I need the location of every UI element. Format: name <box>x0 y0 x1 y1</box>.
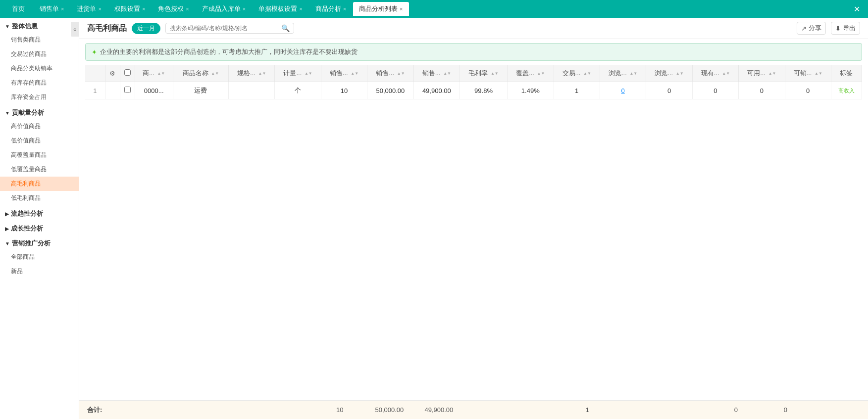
cell-view2: 0 <box>646 82 692 99</box>
sidebar-section-成长性分析[interactable]: ▶ 成长性分析 <box>0 220 79 235</box>
col-label-sales_qty: 销售... <box>330 69 348 77</box>
sidebar-item-全部商品[interactable]: 全部商品 <box>0 250 79 264</box>
nav-tab-进货单[interactable]: 进货单× <box>71 2 107 16</box>
sort-icon-coverage: ▲▼ <box>537 71 545 76</box>
share-icon: ↗ <box>801 25 807 32</box>
export-icon: ⬇ <box>835 25 841 32</box>
cell-coverage: 1.49% <box>508 82 554 99</box>
settings-icon[interactable]: ⚙ <box>109 70 115 77</box>
col-header-code[interactable]: 商... ▲▼ <box>135 65 173 82</box>
nav-tab-销售单[interactable]: 销售单× <box>34 2 70 16</box>
select-all-checkbox[interactable] <box>124 69 131 76</box>
sidebar-collapse-btn[interactable]: « <box>71 22 79 37</box>
sidebar-item-低毛利商品[interactable]: 低毛利商品 <box>0 191 79 205</box>
col-label-view1: 浏览... <box>609 69 627 77</box>
sidebar-item-高覆盖量商品[interactable]: 高覆盖量商品 <box>0 148 79 162</box>
col-header-available_stock[interactable]: 可用... ▲▼ <box>739 65 785 82</box>
sidebar-item-高毛利商品[interactable]: 高毛利商品 <box>0 177 79 191</box>
nav-tab-close-角色授权[interactable]: × <box>186 6 189 12</box>
sidebar-item-库存资金占用[interactable]: 库存资金占用 <box>0 90 79 104</box>
tip-icon: ✦ <box>92 48 97 56</box>
sidebar-item-低价值商品[interactable]: 低价值商品 <box>0 134 79 148</box>
sidebar-section-流趋性分析[interactable]: ▶ 流趋性分析 <box>0 205 79 220</box>
sidebar-item-高价值商品[interactable]: 高价值商品 <box>0 119 79 134</box>
col-header-settings: ⚙ <box>105 65 120 82</box>
col-header-current_stock[interactable]: 现有... ▲▼ <box>692 65 738 82</box>
col-header-sales_amount[interactable]: 销售... ▲▼ <box>367 65 413 82</box>
nav-tab-单据模板设置[interactable]: 单据模板设置× <box>253 2 308 16</box>
search-icon[interactable]: 🔍 <box>281 24 290 32</box>
sidebar-section-label: 成长性分析 <box>11 224 43 233</box>
sidebar-item-低覆盖量商品[interactable]: 低覆盖量商品 <box>0 162 79 177</box>
nav-tab-产成品入库单[interactable]: 产成品入库单× <box>196 2 252 16</box>
sidebar-section-营销推广分析[interactable]: ▼ 营销推广分析 <box>0 235 79 250</box>
sidebar-item-有库存的商品[interactable]: 有库存的商品 <box>0 76 79 90</box>
tag-badge: 高收入 <box>838 88 855 93</box>
sort-icon-code: ▲▼ <box>157 71 165 76</box>
cell-tag: 高收入 <box>831 82 862 99</box>
col-label-code: 商... <box>143 69 154 77</box>
col-header-gross_margin[interactable]: 毛利率 ▲▼ <box>460 65 508 82</box>
view1-link[interactable]: 0 <box>621 87 624 94</box>
sidebar-item-商品分类助销率[interactable]: 商品分类助销率 <box>0 61 79 76</box>
nav-tab-权限设置[interactable]: 权限设置× <box>108 2 151 16</box>
col-header-coverage[interactable]: 覆盖... ▲▼ <box>508 65 554 82</box>
cell-view1[interactable]: 0 <box>600 82 646 99</box>
col-header-spec[interactable]: 规格... ▲▼ <box>228 65 274 82</box>
nav-tab-close-进货单[interactable]: × <box>98 6 101 12</box>
tip-bar: ✦ 企业的主要的利润都是这部分商品创造的，可考虑加大推广，同时关注库存是不要出现… <box>85 43 862 61</box>
chevron-icon: ▼ <box>5 110 10 116</box>
window-close-btn[interactable]: ✕ <box>850 4 864 14</box>
col-label-gross_margin: 毛利率 <box>468 69 488 77</box>
nav-tab-close-商品分析列表[interactable]: × <box>400 6 403 12</box>
sidebar-content: ▼ 整体信息销售类商品交易过的商品商品分类助销率有库存的商品库存资金占用▼ 贡献… <box>0 18 79 279</box>
sidebar-section-label: 营销推广分析 <box>12 239 51 248</box>
nav-tab-商品分析列表[interactable]: 商品分析列表× <box>353 2 408 16</box>
col-header-name[interactable]: 商品名称 ▲▼ <box>173 65 228 82</box>
nav-tab-角色授权[interactable]: 角色授权× <box>152 2 195 16</box>
col-header-tag: 标签 <box>831 65 862 82</box>
sidebar-item-新品[interactable]: 新品 <box>0 264 79 279</box>
sidebar-section-贡献量分析[interactable]: ▼ 贡献量分析 <box>0 104 79 119</box>
share-btn[interactable]: ↗ 分享 <box>797 22 826 35</box>
sort-icon-available_stock: ▲▼ <box>768 71 776 76</box>
nav-tab-close-商品分析[interactable]: × <box>343 6 346 12</box>
nav-tab-close-单据模板设置[interactable]: × <box>299 6 302 12</box>
col-header-view2[interactable]: 浏览... ▲▼ <box>646 65 692 82</box>
col-header-unit[interactable]: 计量... ▲▼ <box>275 65 321 82</box>
cell-name: 运费 <box>173 82 228 99</box>
nav-tab-close-权限设置[interactable]: × <box>142 6 145 12</box>
filter-recent-month-btn[interactable]: 近一月 <box>132 23 160 34</box>
col-label-name: 商品名称 <box>183 69 208 77</box>
footer-transaction: 1 <box>567 406 607 414</box>
nav-home[interactable]: 首页 <box>4 4 33 13</box>
col-header-transaction[interactable]: 交易... ▲▼ <box>554 65 600 82</box>
cell-gross_margin: 99.8% <box>460 82 508 99</box>
col-header-saleable[interactable]: 可销... ▲▼ <box>785 65 831 82</box>
cell-sales_profit: 49,900.00 <box>413 82 460 99</box>
nav-tab-close-销售单[interactable]: × <box>61 6 64 12</box>
nav-tab-close-产成品入库单[interactable]: × <box>243 6 246 12</box>
cell-spec <box>228 82 274 99</box>
col-header-view1[interactable]: 浏览... ▲▼ <box>600 65 646 82</box>
col-label-current_stock: 现有... <box>701 69 719 77</box>
export-btn[interactable]: ⬇ 导出 <box>831 22 860 35</box>
cell-transaction: 1 <box>554 82 600 99</box>
row-checkbox[interactable] <box>124 87 131 93</box>
sidebar-section-整体信息[interactable]: ▼ 整体信息 <box>0 18 79 33</box>
sort-icon-name: ▲▼ <box>211 71 219 76</box>
cell-sales_amount: 50,000.00 <box>367 82 413 99</box>
footer-total-label: 合计: <box>87 406 102 415</box>
sidebar-item-销售类商品[interactable]: 销售类商品 <box>0 33 79 47</box>
col-header-sales_qty[interactable]: 销售... ▲▼ <box>321 65 367 82</box>
header-actions: ↗ 分享 ⬇ 导出 <box>797 22 860 35</box>
nav-tab-商品分析[interactable]: 商品分析× <box>309 2 352 16</box>
sidebar-item-交易过的商品[interactable]: 交易过的商品 <box>0 47 79 61</box>
cell-unit: 个 <box>275 82 321 99</box>
col-label-unit: 计量... <box>283 69 302 77</box>
top-nav: 首页 销售单×进货单×权限设置×角色授权×产成品入库单×单据模板设置×商品分析×… <box>0 0 868 18</box>
search-input[interactable] <box>170 25 279 32</box>
col-header-sales_profit[interactable]: 销售... ▲▼ <box>413 65 460 82</box>
table-footer: 合计: 10 50,000.00 49,900.00 1 0 0 <box>79 400 868 419</box>
table-container[interactable]: ⚙商... ▲▼商品名称 ▲▼规格... ▲▼计量... ▲▼销售... ▲▼销… <box>79 65 868 400</box>
